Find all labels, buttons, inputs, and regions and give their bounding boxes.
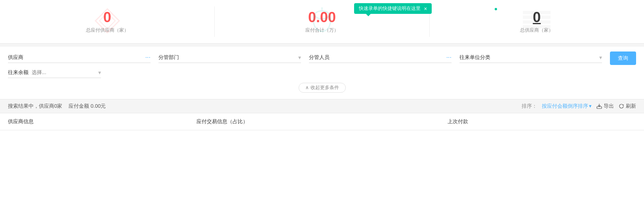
stat-total-suppliers: 0 总供应商（家）	[430, 6, 644, 37]
filter-row-2: 往来余额 选择... ▾	[8, 69, 636, 78]
filter-row-1: 供应商 ··· 分管部门 ▾ 分管人员 ··· 往来单位分类 ▾ 查询	[8, 52, 636, 65]
refresh-label: 刷新	[626, 103, 636, 110]
balance-input[interactable]	[32, 69, 98, 75]
amount-text: 应付金额 0.00元	[69, 103, 106, 110]
balance-dropdown-icon[interactable]: ▾	[98, 69, 101, 76]
unit-category-input[interactable]	[493, 55, 599, 61]
balance-label: 往来余额	[8, 69, 29, 76]
col-supplier-header: 供应商信息	[8, 118, 196, 125]
department-dropdown-icon[interactable]: ▾	[298, 54, 301, 61]
refresh-button[interactable]: 刷新	[619, 103, 636, 110]
manager-dots-btn[interactable]: ···	[446, 54, 452, 61]
svg-rect-7	[523, 21, 551, 24]
table-body	[0, 130, 644, 204]
diamond-icon	[93, 7, 121, 36]
col-last-payment-header: 上次付款	[448, 118, 636, 125]
collapse-icon: ∧	[305, 85, 309, 90]
result-actions: 排序： 按应付会额倒序排序 ▾ 导出 刷新	[522, 103, 636, 110]
stat-total-payable-suppliers: 0 总应付供应商（家）	[0, 6, 215, 37]
rice-icon	[308, 7, 336, 36]
manager-input[interactable]	[333, 55, 445, 61]
collapse-label: 收起更多条件	[311, 84, 339, 91]
export-label: 导出	[604, 103, 614, 110]
svg-point-2	[315, 11, 329, 19]
sort-label: 排序：	[522, 103, 537, 110]
balance-filter: 往来余额 选择... ▾	[8, 69, 101, 78]
manager-label: 分管人员	[309, 54, 330, 61]
result-info: 搜索结果中，供应商0家 应付金额 0.00元	[8, 103, 106, 110]
sort-dropdown-btn[interactable]: 按应付会额倒序排序 ▾	[542, 103, 592, 110]
unit-category-filter: 往来单位分类 ▾	[459, 54, 602, 63]
filter-area: 供应商 ··· 分管部门 ▾ 分管人员 ··· 往来单位分类 ▾ 查询 往来余额	[0, 47, 644, 99]
supplier-label: 供应商	[8, 54, 23, 61]
lines-icon	[521, 9, 553, 34]
svg-rect-5	[523, 11, 551, 14]
svg-rect-8	[523, 25, 551, 29]
department-filter: 分管部门 ▾	[158, 54, 301, 63]
supplier-input[interactable]	[27, 55, 144, 61]
manager-filter: 分管人员 ···	[309, 54, 452, 63]
table-header: 供应商信息 应付交易信息（占比） 上次付款	[0, 113, 644, 130]
col-transaction-header: 应付交易信息（占比）	[196, 118, 448, 125]
collapse-bar: ∧ 收起更多条件	[8, 81, 636, 96]
svg-rect-6	[523, 16, 551, 19]
department-label: 分管部门	[158, 54, 179, 61]
supplier-dots-btn[interactable]: ···	[145, 54, 151, 61]
export-button[interactable]: 导出	[596, 103, 614, 110]
export-icon	[596, 103, 602, 109]
result-bar: 搜索结果中，供应商0家 应付金额 0.00元 排序： 按应付会额倒序排序 ▾ 导…	[0, 99, 644, 113]
refresh-icon	[619, 103, 624, 109]
search-result-text: 搜索结果中，供应商0家	[8, 103, 62, 110]
query-button[interactable]: 查询	[610, 51, 636, 65]
supplier-filter: 供应商 ···	[8, 54, 151, 63]
svg-point-4	[321, 8, 323, 9]
sort-dropdown-icon: ▾	[589, 103, 592, 109]
tooltip-bar: 快速录单的快捷键说明在这里 ×	[354, 3, 432, 14]
unit-category-label: 往来单位分类	[459, 54, 490, 61]
sort-value-text: 按应付会额倒序排序	[542, 103, 588, 110]
department-input[interactable]	[182, 55, 298, 61]
tooltip-close-btn[interactable]: ×	[424, 6, 427, 11]
tooltip-text: 快速录单的快捷键说明在这里	[359, 5, 421, 12]
stats-bar: 0 总应付供应商（家） 0.00 应付合计（万） 快速录单的快捷键说明在这里 ×	[0, 0, 644, 44]
unit-category-dropdown-icon[interactable]: ▾	[599, 54, 602, 61]
collapse-button[interactable]: ∧ 收起更多条件	[299, 83, 346, 93]
